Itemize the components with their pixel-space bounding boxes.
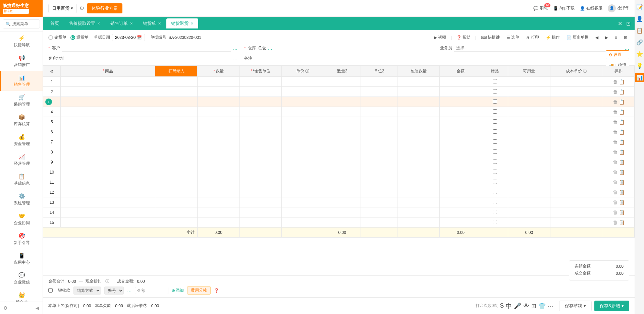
tab-sales-order[interactable]: 销售订单 ✕ [106, 18, 138, 28]
unit-cell[interactable] [239, 207, 282, 217]
amount-cell[interactable] [440, 77, 482, 87]
tab-home[interactable]: 首页 [46, 18, 64, 28]
product-cell[interactable] [60, 217, 155, 228]
price-cell[interactable] [282, 77, 324, 87]
pack-qty-cell[interactable] [397, 147, 440, 157]
qty-cell[interactable] [197, 147, 239, 157]
amount-cell[interactable] [440, 207, 482, 217]
product-cell[interactable] [60, 117, 155, 127]
product-cell[interactable] [60, 187, 155, 197]
delete-icon[interactable]: 🗑 [613, 190, 618, 195]
gift-cell[interactable] [482, 137, 508, 147]
tab-sales[interactable]: 销货单 ✕ [138, 18, 166, 28]
gift-checkbox[interactable] [493, 170, 497, 174]
gift-checkbox[interactable] [493, 190, 497, 194]
gift-cell[interactable] [482, 157, 508, 167]
unit-cell[interactable] [239, 87, 282, 97]
online-service-button[interactable]: 👤 在线客服 [580, 5, 602, 11]
product-input[interactable] [63, 99, 153, 104]
delete-icon[interactable]: 🗑 [613, 139, 618, 145]
pack-qty-cell[interactable] [397, 187, 440, 197]
amount-input[interactable] [135, 287, 168, 294]
price-cell[interactable] [282, 187, 324, 197]
gift-checkbox[interactable] [493, 79, 497, 83]
copy-icon[interactable]: 📋 [619, 89, 625, 95]
amount-cell[interactable] [440, 97, 482, 107]
unit-cell[interactable] [239, 77, 282, 87]
copy-icon[interactable]: 📋 [619, 119, 625, 125]
gift-checkbox[interactable] [493, 139, 497, 144]
gift-cell[interactable] [482, 207, 508, 217]
fee-help-icon[interactable]: ❓ [214, 288, 219, 293]
product-cell[interactable] [60, 77, 155, 87]
product-cell-active[interactable] [60, 97, 155, 107]
pack-qty-cell[interactable] [397, 107, 440, 117]
qty2-cell[interactable] [324, 77, 361, 87]
panel-icon-5[interactable]: ⭐ [635, 50, 644, 59]
account-picker-icon[interactable]: ... [127, 288, 131, 294]
unit-cell[interactable] [239, 217, 282, 228]
mic-icon[interactable]: 🎤 [514, 302, 521, 310]
gift-cell[interactable] [482, 187, 508, 197]
col-settings[interactable]: ⚙ [43, 66, 61, 77]
save-draft-button[interactable]: 保存草稿 ▾ [559, 301, 592, 311]
shortcut-btn[interactable]: ⌨ 快捷键 [479, 34, 502, 41]
delete-icon[interactable]: 🗑 [613, 149, 618, 155]
qty2-cell[interactable] [324, 217, 361, 228]
delete-icon[interactable]: 🗑 [613, 160, 618, 165]
pack-qty-cell[interactable] [397, 167, 440, 177]
sidebar-item-basic[interactable]: 📋 基础信息 [0, 170, 43, 190]
gift-cell[interactable] [482, 127, 508, 137]
sidebar-item-apps[interactable]: 📱 应用中心 [0, 249, 43, 269]
qty-cell[interactable] [197, 157, 239, 167]
sidebar-item-member[interactable]: 👑 畅会员 [0, 289, 43, 302]
qty-cell[interactable] [197, 137, 239, 147]
qty2-cell[interactable] [324, 207, 361, 217]
sidebar-collapse-button[interactable]: ◀ [36, 305, 39, 311]
unit-cell[interactable] [239, 127, 282, 137]
copy-icon[interactable]: 📋 [619, 160, 625, 165]
delete-icon[interactable]: 🗑 [613, 89, 618, 95]
unit2-cell[interactable] [361, 187, 397, 197]
unit2-cell[interactable] [361, 77, 397, 87]
calc-method-select[interactable]: 结算方式 [73, 287, 101, 295]
help-btn[interactable]: ❓ 帮助 [454, 34, 473, 41]
pack-qty-cell[interactable] [397, 87, 440, 97]
copy-icon[interactable]: 📋 [619, 190, 625, 195]
gift-checkbox[interactable] [493, 149, 497, 154]
qty-cell[interactable] [197, 107, 239, 117]
product-cell[interactable] [60, 197, 155, 207]
unit-cell[interactable] [239, 157, 282, 167]
unit-cell[interactable] [239, 137, 282, 147]
one-pay-checkbox[interactable]: 一键收款 [48, 288, 70, 293]
trial-button[interactable]: 体验行业方案 [87, 3, 122, 13]
gift-cell[interactable] [482, 167, 508, 177]
panel-icon-1[interactable]: 📝 [635, 3, 644, 12]
panel-icon-4[interactable]: 🔗 [635, 38, 644, 47]
gift-checkbox[interactable] [493, 89, 497, 93]
product-cell[interactable] [60, 127, 155, 137]
qty2-cell[interactable] [324, 187, 361, 197]
unit-cell[interactable] [239, 107, 282, 117]
pack-qty-cell[interactable] [397, 207, 440, 217]
maximize-tab-button[interactable]: ⊡ [625, 20, 632, 27]
copy-icon[interactable]: 📋 [619, 149, 625, 155]
qty2-cell[interactable] [324, 147, 361, 157]
delete-icon[interactable]: 🗑 [613, 99, 618, 105]
unit-cell[interactable] [239, 97, 282, 107]
sidebar-item-marketing[interactable]: 📢 营销推广 [0, 51, 43, 71]
price-cell[interactable] [282, 157, 324, 167]
next-btn[interactable]: ▶ [603, 34, 610, 41]
price-cell[interactable] [282, 97, 324, 107]
unit2-cell[interactable] [361, 87, 397, 97]
amount-cell[interactable] [440, 167, 482, 177]
grid-icon[interactable]: ⊞ [531, 302, 536, 310]
sidebar-settings-button[interactable]: ⚙ [3, 305, 8, 311]
gift-checkbox[interactable] [493, 109, 497, 114]
unit2-cell[interactable] [361, 167, 397, 177]
sidebar-item-operations[interactable]: 📈 经营管理 [0, 150, 43, 170]
sidebar-item-sales[interactable]: 📊 销售管理 [0, 71, 43, 91]
panel-icon-3[interactable]: 📋 [635, 26, 644, 35]
unit2-cell[interactable] [361, 127, 397, 137]
panel-icon-7[interactable]: 📊 [635, 73, 644, 82]
